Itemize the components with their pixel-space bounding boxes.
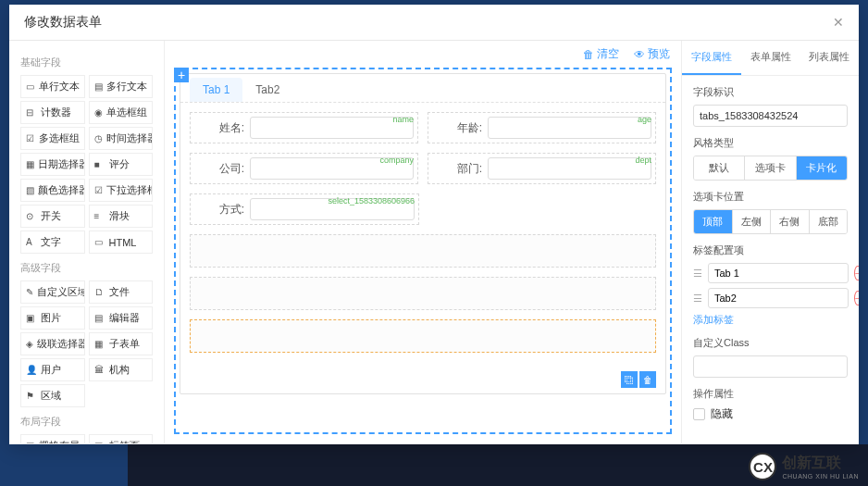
widget-switch[interactable]: ⊙开关 bbox=[20, 205, 85, 228]
form-designer-modal: 修改数据表单 ✕ 基础字段 ▭单行文本 ▤多行文本 ⊟计数器 ◉单选框组 ☑多选… bbox=[9, 5, 859, 444]
pos-left[interactable]: 左侧 bbox=[732, 210, 771, 233]
brand-logo: CX 创新互联 CHUANG XIN HU LIAN bbox=[749, 453, 859, 480]
field-name[interactable]: 姓名: name bbox=[190, 112, 418, 143]
text-icon: A bbox=[26, 237, 37, 247]
remove-tag-button[interactable]: − bbox=[854, 291, 859, 305]
calendar-icon: ▦ bbox=[26, 159, 34, 169]
empty-drop-zone[interactable] bbox=[190, 234, 656, 268]
operation-label: 操作属性 bbox=[693, 387, 848, 401]
empty-drop-zone-active[interactable] bbox=[190, 319, 656, 353]
editor-icon: ▤ bbox=[94, 313, 105, 323]
add-tag-link[interactable]: 添加标签 bbox=[693, 313, 848, 327]
copy-icon[interactable]: ⿻ bbox=[621, 371, 638, 388]
widget-html[interactable]: ▭HTML bbox=[89, 231, 154, 254]
tab-1[interactable]: Tab 1 bbox=[190, 78, 242, 102]
properties-panel: 字段属性 表单属性 列表属性 字段标识 风格类型 默认 选项卡 卡片化 选项卡位… bbox=[681, 41, 859, 443]
widget-tabs[interactable]: ▣标签页 bbox=[89, 434, 154, 443]
widget-image[interactable]: ▣图片 bbox=[20, 306, 85, 330]
design-canvas: 🗑 清空 👁 预览 + Tab 1 Tab2 姓名: bbox=[165, 41, 681, 443]
image-icon: ▣ bbox=[26, 313, 37, 323]
textarea-icon: ▤ bbox=[94, 81, 104, 92]
empty-drop-zone[interactable] bbox=[190, 277, 656, 310]
canvas-drop-area[interactable]: + Tab 1 Tab2 姓名: name bbox=[174, 68, 672, 434]
tag-input-1[interactable] bbox=[708, 263, 849, 283]
cascade-icon: ◈ bbox=[26, 339, 33, 349]
style-tabs[interactable]: 选项卡 bbox=[744, 156, 795, 180]
org-icon: 🏛 bbox=[94, 365, 105, 375]
slider-icon: ≡ bbox=[94, 211, 105, 221]
widget-editor[interactable]: ▤编辑器 bbox=[89, 306, 154, 330]
widget-radio[interactable]: ◉单选框组 bbox=[89, 101, 154, 124]
remove-tag-button[interactable]: − bbox=[854, 266, 859, 280]
dept-input[interactable] bbox=[488, 157, 651, 180]
style-default[interactable]: 默认 bbox=[694, 156, 744, 180]
widget-single-text[interactable]: ▭单行文本 bbox=[20, 75, 85, 98]
tab-position-group: 顶部 左侧 右侧 底部 bbox=[693, 209, 848, 234]
widget-date[interactable]: ▦日期选择器 bbox=[20, 153, 85, 176]
hide-label: 隐藏 bbox=[711, 406, 733, 422]
widget-subform[interactable]: ▦子表单 bbox=[89, 332, 154, 355]
widget-select[interactable]: ☑下拉选择框 bbox=[89, 179, 154, 202]
widget-region[interactable]: ⚑区域 bbox=[20, 384, 85, 407]
pos-right[interactable]: 右侧 bbox=[770, 210, 809, 233]
age-input[interactable] bbox=[488, 117, 651, 139]
widget-slider[interactable]: ≡滑块 bbox=[89, 205, 154, 228]
close-icon[interactable]: ✕ bbox=[833, 15, 844, 30]
drag-handle-icon[interactable]: ☰ bbox=[693, 293, 702, 305]
widget-multi-text[interactable]: ▤多行文本 bbox=[89, 75, 154, 98]
preview-button[interactable]: 👁 预览 bbox=[634, 46, 670, 62]
field-id-input[interactable] bbox=[693, 105, 848, 127]
widget-checkbox[interactable]: ☑多选框组 bbox=[20, 127, 85, 150]
section-layout-label: 布局字段 bbox=[20, 415, 153, 429]
star-icon: ■ bbox=[94, 159, 105, 169]
widget-color[interactable]: ▧颜色选择器 bbox=[20, 179, 85, 202]
tag-input-2[interactable] bbox=[708, 288, 849, 308]
hide-checkbox[interactable] bbox=[693, 408, 705, 420]
pos-top[interactable]: 顶部 bbox=[694, 210, 732, 233]
tab-field-props[interactable]: 字段属性 bbox=[682, 41, 741, 75]
section-advanced-label: 高级字段 bbox=[20, 261, 153, 275]
tab-form-props[interactable]: 表单属性 bbox=[741, 41, 800, 75]
widget-user[interactable]: 👤用户 bbox=[20, 358, 85, 381]
widget-time[interactable]: ◷时间选择器 bbox=[89, 127, 154, 150]
counter-icon: ⊟ bbox=[26, 107, 37, 118]
radio-icon: ◉ bbox=[94, 107, 104, 118]
field-id-label: 字段标识 bbox=[693, 85, 848, 99]
tab-list-props[interactable]: 列表属性 bbox=[800, 41, 859, 75]
checkbox-icon: ☑ bbox=[26, 133, 35, 143]
add-component-button[interactable]: + bbox=[174, 68, 189, 82]
widget-custom[interactable]: ✎自定义区域 bbox=[20, 280, 85, 304]
delete-icon[interactable]: 🗑 bbox=[639, 371, 656, 388]
modal-header: 修改数据表单 ✕ bbox=[9, 5, 859, 41]
modal-title: 修改数据表单 bbox=[24, 14, 102, 31]
tab-2[interactable]: Tab2 bbox=[242, 78, 292, 102]
html-icon: ▭ bbox=[94, 237, 105, 247]
widget-text[interactable]: A文字 bbox=[20, 231, 85, 254]
name-input[interactable] bbox=[250, 117, 414, 139]
flag-icon: ⚑ bbox=[26, 391, 37, 401]
user-icon: 👤 bbox=[26, 365, 37, 375]
tab-position-label: 选项卡位置 bbox=[693, 190, 848, 204]
dropdown-icon: ☑ bbox=[94, 185, 103, 195]
field-company[interactable]: 公司: company bbox=[190, 153, 418, 184]
tabs-component[interactable]: Tab 1 Tab2 姓名: name 年龄: bbox=[180, 73, 666, 394]
pos-bottom[interactable]: 底部 bbox=[809, 210, 848, 233]
clear-button[interactable]: 🗑 清空 bbox=[583, 46, 619, 62]
widget-org[interactable]: 🏛机构 bbox=[89, 358, 154, 381]
widget-file[interactable]: 🗋文件 bbox=[89, 280, 154, 304]
style-card[interactable]: 卡片化 bbox=[796, 156, 847, 180]
widget-grid[interactable]: ▦栅格布局 bbox=[20, 434, 85, 443]
custom-class-input[interactable] bbox=[693, 355, 848, 378]
drag-handle-icon[interactable]: ☰ bbox=[693, 268, 702, 280]
widget-cascade[interactable]: ◈级联选择器 bbox=[20, 332, 85, 355]
widget-counter[interactable]: ⊟计数器 bbox=[20, 101, 85, 124]
field-dept[interactable]: 部门: dept bbox=[428, 153, 656, 184]
file-icon: 🗋 bbox=[94, 287, 105, 297]
trash-icon: 🗑 bbox=[583, 48, 594, 61]
field-method[interactable]: 方式: select_1583308606966 bbox=[190, 193, 419, 225]
subform-icon: ▦ bbox=[94, 339, 105, 349]
tabs-icon: ▣ bbox=[94, 441, 105, 443]
section-basic-label: 基础字段 bbox=[20, 56, 153, 69]
field-age[interactable]: 年龄: age bbox=[428, 112, 656, 143]
widget-rate[interactable]: ■评分 bbox=[89, 153, 154, 176]
